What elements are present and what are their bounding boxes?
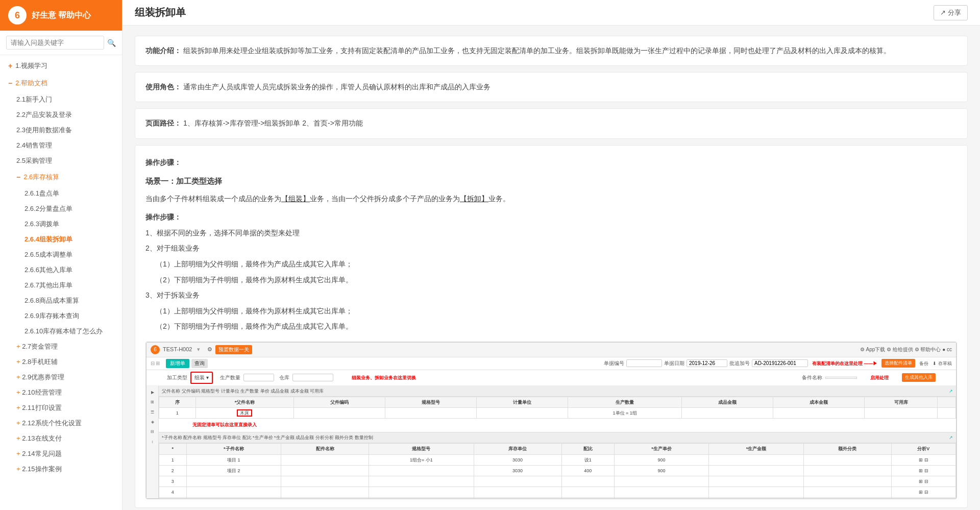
scene1-title: 场景一：加工类型选择 [145,174,957,189]
annotation-direct-input: 无固定清单可以在这里直接录入 [192,422,257,427]
role-text: 使用角色： 通常由生产人员或库管人员完成拆装业务的操作，库管人员确认原材料的出库… [145,81,957,93]
annotation-clearance: 有装配清单的在这里处理 ——▶ [812,359,878,368]
sidebar-item-label: 1.视频学习 [15,61,47,70]
tables-area: 父件名称 父件编码 规格型号 计量单位 生产数量 单价 成品金额 成本金额 可用… [159,386,956,498]
table-row: 1 项目 1 1组合= 小1 3030 设1 900 [159,454,956,465]
sidebar-item-266[interactable]: 2.6.6其他入库单 [0,262,122,278]
sidebar-item-265[interactable]: 2.6.5成本调整单 [0,247,122,262]
step3: 3、对于拆装业务 [145,288,957,302]
sidebar-item-262[interactable]: 2.6.2分量盘点单 [0,201,122,216]
sidebar-item-214[interactable]: + 2.14常见问题 [0,446,122,462]
sidebar-item-211[interactable]: + 2.11打印设置 [0,400,122,416]
sidebar-item-213[interactable]: + 2.13在线支付 [0,431,122,446]
step1: 1、根据不同的业务，选择不同单据的类型来处理 [145,226,957,240]
sidebar-item-26[interactable]: − 2.6库存核算 [0,168,122,186]
sidebar-item-28[interactable]: + 2.8手机旺辅 [0,354,122,370]
screenshot-container: 6 TEST-H002 ▾ ⚙ 预置数据一关 ⚙ App下载 ⚙ 给给提供 ⚙ … [145,342,957,499]
sidebar-item-1-video[interactable]: + 1.视频学习 [0,57,122,75]
nav-section: + 1.视频学习 − 2.帮助文档 2.1新手入门 2.2产品安装及登录 2.3… [0,55,122,479]
step3-2: （2）下部明细为子件明细，最终作为产成品生成其它入库单。 [156,320,957,333]
sidebar-item-269[interactable]: 2.6.9库存账本查询 [0,308,122,324]
step2-2: （2）下部明细为子件明细，最终作为原材料生成其它出库单。 [156,273,957,287]
sidebar-item-21[interactable]: 2.1新手入门 [0,92,122,107]
sidebar-item-261[interactable]: 2.6.1盘点单 [0,186,122,201]
app-nav-icons: ⊟ ⊞ [151,359,160,368]
doc-number-input[interactable] [626,359,662,367]
sidebar-item-label: 2.6库存核算 [23,173,59,182]
sidebar-item-24[interactable]: 2.4销售管理 [0,138,122,153]
sidebar-item-22[interactable]: 2.2产品安装及登录 [0,107,122,123]
sidebar-header: 6 好生意 帮助中心 [0,0,122,31]
plus-icon: + [8,62,12,70]
sidebar-item-210[interactable]: + 2.10经营管理 [0,385,122,400]
table-row: 2 项目 2 3030 400 900 [159,465,956,476]
minus-icon: − [8,79,12,87]
lower-table: * *子件名称 配件名称 规格型号 库存单位 配比 *生产单价 *生产金额 额外 [159,443,956,498]
parts-name-field [825,377,857,379]
prod-qty-input[interactable] [243,374,274,381]
intro-card: 功能介绍： 组装拆卸单用来处理企业组装或拆卸等加工业务，支持有固定装配清单的产品… [135,36,968,66]
type-selector[interactable]: 组装 ▾ [190,372,213,384]
sidebar-item-215[interactable]: + 2.15操作案例 [0,462,122,477]
share-button[interactable]: ↗ 分享 [934,5,968,20]
ops-title: 操作步骤： [145,156,957,169]
app-main-body: ▶ ⊞ ☰ ◈ ⊟ ↕ 父件名称 父件编码 规格型号 计量单位 生产数量 单价 … [146,386,956,498]
sidebar-item-25[interactable]: 2.5采购管理 [0,153,122,168]
sidebar-item-2610[interactable]: 2.6.10库存账本错了怎么办 [0,324,122,339]
app-id: TEST-H002 [163,345,192,355]
sidebar-item-29[interactable]: + 2.9优惠券管理 [0,370,122,385]
doc-date-input[interactable] [687,359,727,367]
batch-input[interactable] [752,359,808,367]
ops-steps-sub-title: 操作步骤： [145,210,957,224]
preset-data-btn[interactable]: 预置数据一关 [215,345,252,354]
tab-query[interactable]: 查询 [191,359,208,368]
app-screenshot: 6 TEST-H002 ▾ ⚙ 预置数据一关 ⚙ App下载 ⚙ 给给提供 ⚙ … [146,342,957,499]
sidebar-item-27[interactable]: + 2.7资金管理 [0,339,122,354]
table-row: 5⊞ ⊟ [159,498,956,498]
app-logo: 6 [151,345,160,354]
table-row: 3⊞ ⊟ [159,476,956,487]
warehouse-input[interactable] [292,374,333,381]
page-title: 组装拆卸单 [135,6,186,19]
scene1-desc: 当由多个子件材料组装成一个成品的业务为【组装】业务，当由一个父件拆分成多个子产品… [145,192,957,206]
sidebar-item-2-docs[interactable]: − 2.帮助文档 [0,75,122,92]
left-icon-strip: ▶ ⊞ ☰ ◈ ⊟ ↕ [146,386,159,498]
annotation-enable: 启用处理 [870,374,889,382]
sidebar-item-268[interactable]: 2.6.8商品成本重算 [0,293,122,308]
sidebar-item-label: 2.帮助文档 [15,79,47,88]
main-area: 组装拆卸单 ↗ 分享 功能介绍： 组装拆卸单用来处理企业组装或拆卸等加工业务，支… [122,0,980,510]
intro-text: 功能介绍： 组装拆卸单用来处理企业组装或拆卸等加工业务，支持有固定装配清单的产品… [145,44,957,57]
path-card: 页面路径： 1、库存核算->库存管理->组装拆卸单 2、首页->常用功能 [135,108,968,138]
content-area: 功能介绍： 组装拆卸单用来处理企业组装或拆卸等加工业务，支持有固定装配清单的产品… [122,26,980,510]
app-titlebar: 6 TEST-H002 ▾ ⚙ 预置数据一关 ⚙ App下载 ⚙ 给给提供 ⚙ … [146,343,956,357]
sidebar-item-264[interactable]: 2.6.4组装拆卸单 [0,232,122,247]
sidebar-item-23[interactable]: 2.3使用前数据准备 [0,123,122,138]
sidebar-item-263[interactable]: 2.6.3调拨单 [0,216,122,232]
lower-table-label: *子件名称 配件名称 规格型号 库存单位 配比 *生产单价 *生产金额 成品金额… [159,432,956,443]
step2-1: （1）上部明细为父件明细，最终作为产成品生成其它入库单； [156,257,957,271]
search-input[interactable] [6,36,104,50]
logo-title: 好生意 帮助中心 [32,10,91,21]
path-text: 页面路径： 1、库存核算->库存管理->组装拆卸单 2、首页->常用功能 [145,117,957,130]
sidebar: 6 好生意 帮助中心 🔍 + 1.视频学习 − 2.帮助文档 2.1新手入门 2… [0,0,122,510]
tab-new[interactable]: 新增单 [166,359,189,368]
share-icon: ↗ [940,9,946,16]
search-icon[interactable]: 🔍 [107,39,116,47]
app-tab-row: ⊟ ⊞ 新增单 查询 单据编号 单据日期 批追加号 有装配清单的在这里处 [146,357,956,370]
app-topbar-icons: ⚙ App下载 ⚙ 给给提供 ⚙ 帮助中心 ● cc [860,345,952,354]
select-parts-btn[interactable]: 选择配件清单 [881,359,915,368]
sidebar-item-267[interactable]: 2.6.7其他出库单 [0,278,122,293]
generate-btn[interactable]: 生成其他入库 [902,373,936,382]
logo-icon: 6 [8,6,27,25]
search-box: 🔍 [0,31,122,55]
role-card: 使用角色： 通常由生产人员或库管人员完成拆装业务的操作，库管人员确认原材料的出库… [135,72,968,102]
table-row: 4⊞ ⊟ [159,487,956,498]
table-row: 1 木床 1单位 = 1组 [159,408,956,419]
annotation-switch: 组装业务、拆卸业务在这里切换 [352,374,416,382]
step2: 2、对于组装业务 [145,241,957,255]
upper-table: 序 *父件名称 父件编码 规格型号 计量单位 生产数量 成品金额 成本金额 可用 [159,397,956,419]
upper-table-label: 父件名称 父件编码 规格型号 计量单位 生产数量 单价 成品金额 成本金额 可用… [159,386,956,397]
ops-card: 操作步骤： 场景一：加工类型选择 当由多个子件材料组装成一个成品的业务为【组装】… [135,145,968,508]
step3-1: （1）上部明细为父件明细，最终作为原材料生成其它出库单； [156,304,957,318]
sidebar-item-212[interactable]: + 2.12系统个性化设置 [0,416,122,431]
